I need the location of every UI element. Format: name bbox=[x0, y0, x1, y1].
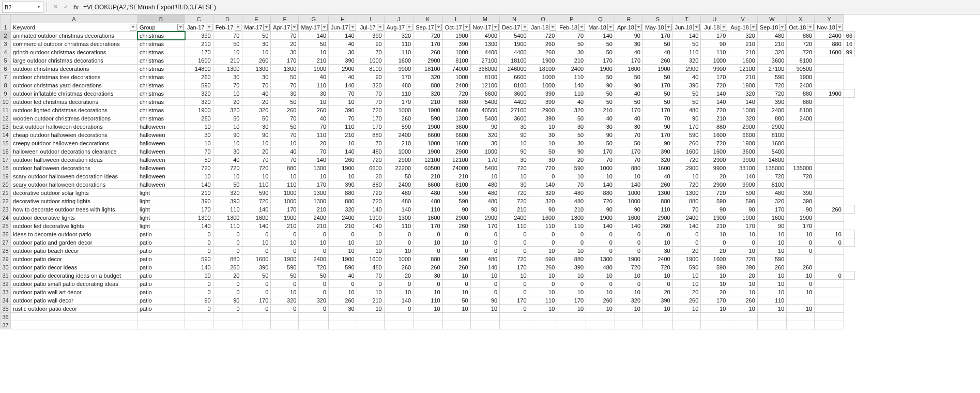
row-header-27[interactable]: 27 bbox=[1, 238, 11, 247]
cell[interactable]: 10 bbox=[728, 288, 757, 296]
cell[interactable] bbox=[815, 197, 844, 205]
cell[interactable]: 10 bbox=[586, 271, 615, 280]
cell[interactable]: 1900 bbox=[586, 65, 615, 73]
cell[interactable]: 110 bbox=[384, 222, 413, 230]
header-cell[interactable]: Mar-18 bbox=[586, 23, 615, 32]
cell[interactable]: 210 bbox=[500, 205, 529, 214]
cell[interactable]: 10 bbox=[757, 305, 786, 313]
cell[interactable]: scary outdoor halloween decoration ideas bbox=[11, 172, 137, 180]
col-header-K[interactable]: K bbox=[414, 15, 442, 23]
filter-dropdown-icon[interactable] bbox=[750, 24, 757, 31]
cell[interactable]: 30 bbox=[500, 156, 529, 164]
cell[interactable]: 1600 bbox=[701, 147, 728, 156]
cell[interactable]: 110 bbox=[643, 205, 673, 214]
cell[interactable]: 2400 bbox=[672, 214, 701, 222]
cell[interactable]: 20 bbox=[728, 271, 757, 280]
cell[interactable]: 260 bbox=[414, 48, 442, 56]
row-header-21[interactable]: 21 bbox=[1, 189, 11, 197]
cell[interactable]: 480 bbox=[470, 197, 499, 205]
cell[interactable] bbox=[815, 296, 844, 305]
cell[interactable]: 10 bbox=[586, 172, 615, 180]
cell[interactable]: 210 bbox=[557, 205, 586, 214]
cell[interactable]: 2400 bbox=[787, 81, 815, 89]
cell[interactable]: 0 bbox=[615, 280, 642, 288]
cell[interactable] bbox=[815, 147, 844, 156]
cell[interactable]: 90 bbox=[242, 131, 271, 139]
cell[interactable]: 260 bbox=[815, 205, 844, 214]
row-header-10[interactable]: 10 bbox=[1, 98, 11, 106]
cell[interactable] bbox=[329, 321, 357, 329]
cell[interactable]: 590 bbox=[271, 263, 299, 271]
header-cell[interactable]: Apr-17 bbox=[271, 23, 299, 32]
cell[interactable]: 10 bbox=[299, 98, 329, 106]
cell[interactable]: 90 bbox=[500, 131, 529, 139]
cell[interactable]: 140 bbox=[384, 296, 413, 305]
cell[interactable]: 0 bbox=[500, 230, 529, 238]
cell[interactable]: 0 bbox=[242, 288, 271, 296]
cell[interactable]: 320 bbox=[299, 296, 329, 305]
cell[interactable]: 10 bbox=[672, 172, 701, 180]
cell[interactable]: 0 bbox=[470, 280, 499, 288]
cell[interactable]: 210 bbox=[442, 172, 470, 180]
cell[interactable]: 720 bbox=[500, 255, 529, 263]
cell[interactable]: 2900 bbox=[329, 65, 357, 73]
cell[interactable]: patio bbox=[137, 288, 185, 296]
cell[interactable]: 9900 bbox=[384, 65, 413, 73]
cell[interactable]: 10 bbox=[329, 288, 357, 296]
header-cell[interactable]: Feb-18 bbox=[557, 23, 586, 32]
cell[interactable]: 1000 bbox=[529, 81, 557, 89]
cell[interactable]: 10 bbox=[529, 305, 557, 313]
cell[interactable]: outdoor lighted christmas decorations bbox=[11, 106, 137, 114]
cell[interactable] bbox=[357, 321, 384, 329]
cell[interactable]: 3600 bbox=[757, 56, 786, 65]
cell[interactable]: 12100 bbox=[442, 156, 470, 164]
cell[interactable]: 720 bbox=[643, 263, 673, 271]
cell[interactable]: 0 bbox=[414, 280, 442, 288]
cell[interactable]: 9900 bbox=[701, 164, 728, 172]
cell[interactable]: 390 bbox=[787, 189, 815, 197]
cell[interactable]: 480 bbox=[470, 255, 499, 263]
cell[interactable]: 170 bbox=[586, 147, 615, 156]
cell[interactable]: 90 bbox=[470, 205, 499, 214]
cell[interactable]: patio bbox=[137, 255, 185, 263]
cell[interactable]: 140 bbox=[384, 205, 413, 214]
cell[interactable]: 140 bbox=[329, 147, 357, 156]
cell[interactable] bbox=[787, 156, 815, 164]
cell[interactable]: christmas bbox=[137, 89, 185, 98]
cell[interactable]: 10 bbox=[185, 139, 213, 147]
cell[interactable]: 10 bbox=[728, 230, 757, 238]
cell[interactable] bbox=[357, 313, 384, 321]
cell[interactable]: 70 bbox=[643, 114, 673, 123]
cell[interactable]: 10 bbox=[557, 247, 586, 255]
cell[interactable]: 22200 bbox=[384, 164, 413, 172]
cell[interactable]: 50 bbox=[242, 271, 271, 280]
cell[interactable]: 0 bbox=[242, 305, 271, 313]
cell[interactable]: 0 bbox=[213, 230, 242, 238]
cell[interactable]: 320 bbox=[757, 197, 786, 205]
cell[interactable]: 70 bbox=[357, 271, 384, 280]
cell[interactable]: 90 bbox=[529, 205, 557, 214]
cell[interactable]: 480 bbox=[757, 32, 786, 40]
cell[interactable]: 90 bbox=[615, 32, 642, 40]
cell[interactable]: 210 bbox=[701, 114, 728, 123]
cell[interactable]: 2900 bbox=[414, 56, 442, 65]
cell[interactable]: 0 bbox=[213, 288, 242, 296]
cell[interactable]: 10 bbox=[529, 247, 557, 255]
cell[interactable]: outdoor halloween decorations bbox=[11, 164, 137, 172]
cell[interactable]: 320 bbox=[728, 89, 757, 98]
cell[interactable]: 50 bbox=[672, 98, 701, 106]
cell[interactable]: 390 bbox=[757, 98, 786, 106]
cell[interactable]: large outdoor christmas decorations bbox=[11, 56, 137, 65]
cell[interactable]: 320 bbox=[414, 89, 442, 98]
cell[interactable]: 90 bbox=[500, 147, 529, 156]
cell[interactable]: 0 bbox=[242, 247, 271, 255]
header-cell[interactable]: Jan-17 bbox=[185, 23, 213, 32]
cell[interactable]: 10 bbox=[757, 230, 786, 238]
header-cell[interactable]: Jul-18 bbox=[701, 23, 728, 32]
cell[interactable]: 260 bbox=[787, 263, 815, 271]
filter-dropdown-icon[interactable] bbox=[836, 24, 843, 31]
cell[interactable]: 30 bbox=[557, 123, 586, 131]
cell[interactable]: 20 bbox=[557, 156, 586, 164]
cell[interactable]: 590 bbox=[757, 73, 786, 81]
cell[interactable]: 16 bbox=[844, 40, 854, 48]
